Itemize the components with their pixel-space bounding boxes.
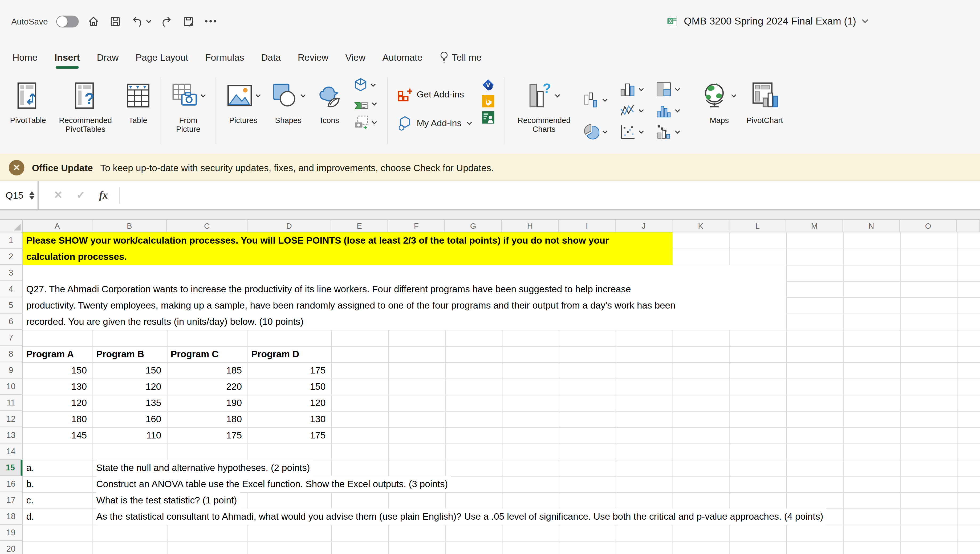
- row-header-2[interactable]: 2: [0, 248, 22, 265]
- from-picture-button[interactable]: From Picture: [171, 75, 206, 150]
- column-header-D[interactable]: D: [247, 220, 331, 232]
- table-value-cell[interactable]: 180: [22, 411, 87, 427]
- row-header-15[interactable]: 15: [0, 460, 22, 476]
- tab-view[interactable]: View: [345, 52, 366, 62]
- row-header-1[interactable]: 1: [0, 232, 22, 248]
- subquestion-text[interactable]: Construct an ANOVA table use the Excel f…: [96, 476, 451, 492]
- row-header-9[interactable]: 9: [0, 362, 22, 379]
- title-menu-chevron-icon[interactable]: [861, 19, 869, 24]
- enter-icon[interactable]: ✓: [77, 189, 85, 202]
- row-header-19[interactable]: 19: [0, 525, 22, 541]
- table-value-cell[interactable]: 190: [167, 395, 242, 411]
- smartart-button[interactable]: [353, 97, 377, 111]
- column-header-N[interactable]: N: [843, 220, 900, 232]
- save-icon[interactable]: [109, 14, 122, 28]
- more-commands-icon[interactable]: [204, 14, 217, 28]
- subquestion-label[interactable]: d.: [26, 508, 34, 525]
- row-header-7[interactable]: 7: [0, 330, 22, 346]
- column-header-partial[interactable]: [957, 220, 980, 232]
- undo-icon[interactable]: [130, 14, 144, 28]
- spinner-down-icon[interactable]: [29, 196, 34, 200]
- table-value-cell[interactable]: 120: [247, 395, 326, 411]
- table-value-cell[interactable]: 160: [93, 411, 161, 427]
- visio-addin-icon[interactable]: V: [482, 79, 495, 91]
- histogram-chart-button[interactable]: [656, 100, 692, 121]
- table-value-cell[interactable]: 130: [22, 379, 87, 395]
- table-value-cell[interactable]: 180: [167, 411, 242, 427]
- save-as-icon[interactable]: [182, 14, 196, 28]
- tab-home[interactable]: Home: [13, 52, 38, 62]
- row-header-6[interactable]: 6: [0, 314, 22, 330]
- table-value-cell[interactable]: 120: [22, 395, 87, 411]
- row-header-20[interactable]: 20: [0, 541, 22, 554]
- row-header-14[interactable]: 14: [0, 444, 22, 460]
- row-header-3[interactable]: 3: [0, 265, 22, 281]
- table-value-cell[interactable]: 175: [247, 362, 326, 379]
- subquestion-label[interactable]: b.: [26, 476, 34, 492]
- tab-page-layout[interactable]: Page Layout: [136, 52, 188, 62]
- table-value-cell[interactable]: 120: [93, 379, 161, 395]
- column-header-I[interactable]: I: [559, 220, 616, 232]
- 3d-models-button[interactable]: [353, 78, 377, 92]
- tab-data[interactable]: Data: [261, 52, 281, 62]
- row-header-10[interactable]: 10: [0, 379, 22, 395]
- recommended-pivottables-button[interactable]: ? Recommended PivotTables: [56, 75, 115, 150]
- table-header-cell[interactable]: Program B: [96, 346, 144, 362]
- shapes-button[interactable]: Shapes: [270, 75, 306, 150]
- cancel-icon[interactable]: ✕: [54, 189, 62, 202]
- bing-maps-addin-icon[interactable]: [482, 95, 495, 108]
- my-addins-button[interactable]: My Add-ins: [397, 116, 473, 131]
- column-header-H[interactable]: H: [502, 220, 559, 232]
- tab-review[interactable]: Review: [298, 52, 329, 62]
- pie-chart-button[interactable]: [583, 121, 619, 142]
- tab-insert[interactable]: Insert: [54, 52, 80, 62]
- pictures-button[interactable]: Pictures: [225, 75, 261, 150]
- insert-function-icon[interactable]: fx: [99, 189, 108, 202]
- line-chart-button[interactable]: [619, 100, 656, 121]
- people-graph-addin-icon[interactable]: [482, 111, 495, 124]
- column-chart-button[interactable]: [619, 79, 656, 100]
- column-header-B[interactable]: B: [93, 220, 167, 232]
- subquestion-label[interactable]: a.: [26, 460, 34, 476]
- table-header-cell[interactable]: Program A: [26, 346, 74, 362]
- tab-tell-me[interactable]: Tell me: [439, 51, 481, 63]
- column-header-L[interactable]: L: [729, 220, 786, 232]
- table-value-cell[interactable]: 150: [247, 379, 326, 395]
- row-header-16[interactable]: 16: [0, 476, 22, 492]
- row-header-4[interactable]: 4: [0, 281, 22, 298]
- table-value-cell[interactable]: 185: [167, 362, 242, 379]
- column-header-M[interactable]: M: [786, 220, 843, 232]
- pivotchart-button[interactable]: PivotChart: [746, 75, 783, 150]
- table-value-cell[interactable]: 145: [22, 427, 87, 444]
- row-header-5[interactable]: 5: [0, 298, 22, 314]
- table-value-cell[interactable]: 220: [167, 379, 242, 395]
- row-header-11[interactable]: 11: [0, 395, 22, 411]
- spinner-up-icon[interactable]: [29, 191, 34, 194]
- row-header-13[interactable]: 13: [0, 427, 22, 444]
- table-value-cell[interactable]: 110: [93, 427, 161, 444]
- table-value-cell[interactable]: 135: [93, 395, 161, 411]
- document-title-group[interactable]: X QMB 3200 Spring 2024 Final Exam (1): [667, 0, 869, 43]
- column-header-O[interactable]: O: [900, 220, 957, 232]
- pivottable-button[interactable]: PivotTable: [10, 75, 46, 150]
- subquestion-text[interactable]: As the statistical consultant to Ahmadi,…: [96, 508, 826, 525]
- name-box-spinner[interactable]: [29, 191, 38, 200]
- tab-automate[interactable]: Automate: [382, 52, 423, 62]
- scatter-chart-button[interactable]: [619, 121, 656, 142]
- redo-icon[interactable]: [160, 14, 174, 28]
- undo-menu-chevron-icon[interactable]: [145, 19, 152, 24]
- name-box[interactable]: Q15: [0, 181, 38, 209]
- table-header-cell[interactable]: Program D: [251, 346, 299, 362]
- maps-button[interactable]: Maps: [702, 75, 737, 150]
- formula-input[interactable]: [120, 181, 980, 209]
- funnel-chart-button[interactable]: [656, 121, 692, 142]
- column-header-K[interactable]: K: [673, 220, 729, 232]
- waterfall-chart-button[interactable]: [583, 91, 619, 109]
- column-header-E[interactable]: E: [331, 220, 388, 232]
- column-header-F[interactable]: F: [388, 220, 445, 232]
- tab-draw[interactable]: Draw: [97, 52, 118, 62]
- column-header-A[interactable]: A: [22, 220, 93, 232]
- table-button[interactable]: Table: [125, 75, 151, 150]
- table-value-cell[interactable]: 130: [247, 411, 326, 427]
- table-value-cell[interactable]: 175: [247, 427, 326, 444]
